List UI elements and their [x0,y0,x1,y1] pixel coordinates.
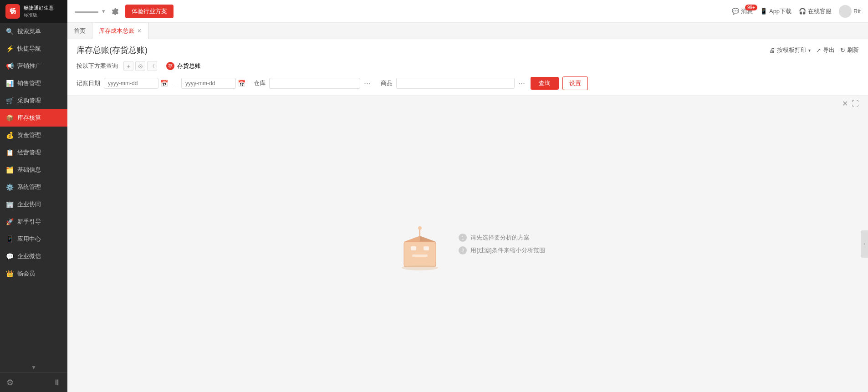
tab-close-icon[interactable]: ✕ [137,28,142,34]
message-icon: 💬 [732,8,739,15]
date-start-input[interactable] [104,78,158,89]
topbar-left: ▬▬▬▬ ▾ 体验行业方案 [75,5,727,18]
sidebar-item-basic[interactable]: 🗂️ 基础信息 [0,161,67,178]
warehouse-more-icon[interactable]: ··· [362,79,373,88]
warehouse-label: 仓库 [254,79,266,87]
sidebar-item-corp[interactable]: 🏢 企业协同 [0,196,67,213]
sidebar-item-inventory[interactable]: 📦 库存核算 [0,109,67,127]
chevron-down-icon: ▾ [102,8,105,15]
settings-button[interactable]: 设置 [562,76,588,90]
topbar-settings-icon[interactable] [109,5,122,18]
svg-rect-2 [411,246,416,250]
sidebar-item-label: 销售管理 [17,79,41,87]
sidebar-item-sales[interactable]: 📊 销售管理 [0,75,67,92]
sidebar-item-wechat[interactable]: 💬 企业微信 [0,248,67,265]
refresh-icon: ↻ [840,47,845,54]
scheme-label: 存货总账 [177,62,201,70]
sidebar-item-label: 新手引导 [17,218,41,226]
step-2-circle: 2 [459,246,467,255]
sidebar-item-purchase[interactable]: 🛒 采购管理 [0,92,67,109]
app-download-button[interactable]: 📱 App下载 [760,7,791,15]
filter-collapse-button[interactable]: 《 [147,61,157,71]
sidebar-item-guide[interactable]: 🚀 新手引导 [0,213,67,230]
calendar-end-icon[interactable]: 📅 [238,80,245,87]
apps-icon: 📱 [5,235,14,243]
member-icon: 👑 [5,270,14,278]
sidebar-item-shortcut[interactable]: ⚡ 快捷导航 [0,40,67,57]
topbar-right: 💬 消息 99+ 📱 App下载 🎧 在线客服 Rit [732,5,861,18]
tab-home[interactable]: 首页 [67,23,92,39]
empty-svg [390,217,449,276]
filter-area: 按以下方案查询 + ⊙ 《 存 存货总账 记账日期 📅 — [77,60,859,95]
tab-home-label: 首页 [74,27,86,35]
sidebar-item-label: 快捷导航 [17,45,41,53]
message-badge: 99+ [745,5,757,10]
sidebar-item-member[interactable]: 👑 畅会员 [0,265,67,282]
sidebar-item-system[interactable]: ⚙️ 系统管理 [0,178,67,196]
scheme-icon: 存 [166,62,174,70]
page-header: 库存总账(存货总账) 🖨 按模板打印 ▾ ↗ 导出 ↻ 刷新 [67,39,868,96]
tab-inventory-cost[interactable]: 库存成本总账 ✕ [92,23,148,39]
main-content: ▬▬▬▬ ▾ 体验行业方案 💬 消息 99+ 📱 App下载 🎧 在线客服 [67,0,868,392]
audio-footer-icon[interactable]: ⏸ [53,378,61,387]
empty-illustration [390,217,445,271]
settings-footer-icon[interactable]: ⚙ [6,377,14,387]
online-service-button[interactable]: 🎧 在线客服 [799,7,832,15]
user-name: Rit [853,8,861,15]
filter-scheme-item[interactable]: 存 存货总账 [163,60,204,72]
filter-row: 按以下方案查询 + ⊙ 《 存 存货总账 [77,60,859,72]
sidebar-item-label: 库存核算 [17,114,41,122]
topbar-dropdown-button[interactable]: ▾ [102,8,105,15]
sidebar-item-search[interactable]: 🔍 搜索菜单 [0,23,67,40]
product-input[interactable] [396,78,515,89]
user-menu[interactable]: Rit [839,5,861,18]
print-icon: 🖨 [769,47,775,54]
search-icon: 🔍 [5,27,14,36]
sidebar-footer: ⚙ ⏸ [0,372,67,392]
empty-hint-1-text: 请先选择要分析的方案 [470,234,530,242]
refresh-label: 刷新 [847,46,859,54]
product-more-icon[interactable]: ··· [516,79,527,88]
print-button[interactable]: 🖨 按模板打印 ▾ [769,46,811,54]
wechat-icon: 💬 [5,252,14,260]
date-end-group: 📅 [181,78,245,89]
sidebar-item-label: 畅会员 [17,270,35,278]
svg-point-7 [402,265,438,270]
industry-solution-button[interactable]: 体验行业方案 [125,5,174,18]
breadcrumb: ▬▬▬▬ [75,8,98,15]
sidebar-item-label: 基础信息 [17,166,41,174]
empty-hint-2-text: 用[过滤]条件来缩小分析范围 [470,246,545,255]
calendar-start-icon[interactable]: 📅 [160,80,168,87]
headset-icon: 🎧 [799,8,806,15]
query-button[interactable]: 查询 [531,77,559,90]
breadcrumb-current: ▬▬▬▬ [75,8,98,15]
page-title: 库存总账(存货总账) [77,45,148,56]
filter-add-button[interactable]: + [123,61,133,71]
messages-button[interactable]: 💬 消息 99+ [732,7,753,15]
sidebar-item-apps[interactable]: 📱 应用中心 [0,230,67,248]
refresh-button[interactable]: ↻ 刷新 [840,46,859,54]
svg-point-6 [418,226,422,230]
export-button[interactable]: ↗ 导出 [816,46,835,54]
date-end-input[interactable] [181,78,236,89]
sidebar-item-operation[interactable]: 📋 经营管理 [0,144,67,161]
right-panel-toggle[interactable]: › [861,230,868,258]
filter-settings-button[interactable]: ⊙ [135,61,145,71]
sidebar-item-marketing[interactable]: 📢 营销推广 [0,57,67,75]
warehouse-input[interactable] [269,78,360,89]
toggle-icon: › [863,241,865,246]
basic-icon: 🗂️ [5,166,14,174]
marketing-icon: 📢 [5,62,14,70]
purchase-icon: 🛒 [5,97,14,105]
tabbar: 首页 库存成本总账 ✕ [67,23,868,39]
step-1-circle: 1 [459,234,467,242]
shortcut-icon: ⚡ [5,45,14,53]
guide-icon: 🚀 [5,218,14,226]
filter-inputs-row: 记账日期 📅 — 📅 仓库 ··· 商品 ··· [77,76,859,90]
empty-hint-2: 2 用[过滤]条件来缩小分析范围 [459,246,545,255]
sidebar-item-finance[interactable]: 💰 资金管理 [0,127,67,144]
warehouse-input-group: ··· [269,78,373,89]
sidebar-scroll-down[interactable]: ▼ [0,362,67,372]
chevron-down-icon: ▼ [31,364,36,371]
avatar [839,5,852,18]
